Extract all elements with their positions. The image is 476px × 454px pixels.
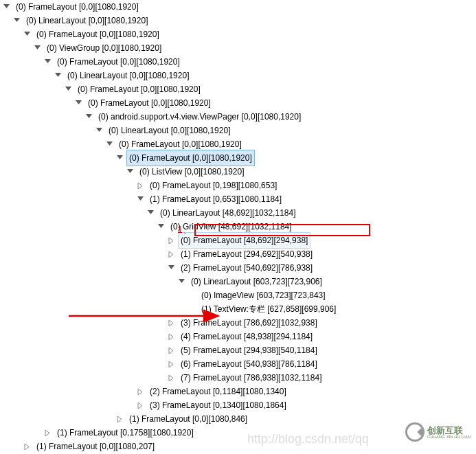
tree-node[interactable]: (0) FrameLayout [0,0][1080,1920] — [0, 96, 476, 110]
tree-node[interactable]: (0) LinearLayout [603,723][723,906] — [0, 275, 476, 288]
toggle-expanded-icon[interactable] — [95, 127, 103, 135]
toggle-none — [188, 306, 196, 313]
tree-node[interactable]: (0) FrameLayout [48,692][294,938] — [0, 234, 476, 247]
tree-node[interactable]: (0) ViewGroup [0,0][1080,1920] — [0, 41, 476, 55]
tree-node[interactable]: (0) FrameLayout [0,0][1080,1920] — [0, 137, 476, 151]
tree-node[interactable]: (1) FrameLayout [0,653][1080,1184] — [0, 192, 476, 206]
tree-node[interactable]: (0) android.support.v4.view.ViewPager [0… — [0, 110, 476, 124]
tree-node[interactable]: (7) FrameLayout [786,938][1032,1184] — [0, 371, 476, 385]
toggle-expanded-icon[interactable] — [126, 168, 134, 176]
tree-node[interactable]: (2) FrameLayout [0,1184][1080,1340] — [0, 385, 476, 398]
toggle-collapsed-icon[interactable] — [44, 429, 52, 437]
tree-node[interactable]: (1) TextView:专栏 [627,858][699,906] — [0, 302, 476, 316]
tree-node[interactable]: (0) FrameLayout [0,0][1080,1920] — [0, 55, 476, 69]
tree-node[interactable]: (5) FrameLayout [294,938][540,1184] — [0, 343, 476, 357]
toggle-expanded-icon[interactable] — [23, 31, 31, 38]
toggle-collapsed-icon[interactable] — [168, 319, 175, 327]
tree-node[interactable]: (0) FrameLayout [0,0][1080,1920] — [0, 151, 476, 165]
toggle-collapsed-icon[interactable] — [168, 361, 175, 368]
tree-node[interactable]: (0) ImageView [603,723][723,843] — [0, 288, 476, 302]
logo-badge: 创新互联 CHUANG XIN HU LIAN — [405, 422, 471, 442]
toggle-expanded-icon[interactable] — [116, 155, 124, 162]
tree-node[interactable]: (0) FrameLayout [0,0][1080,1920] — [0, 82, 476, 96]
tree-node[interactable]: (0) FrameLayout [0,198][1080,653] — [0, 179, 476, 192]
tree-node[interactable]: (0) FrameLayout [0,0][1080,1920] — [0, 27, 476, 41]
toggle-expanded-icon[interactable] — [178, 278, 185, 286]
tree-node[interactable]: (0) LinearLayout [0,0][1080,1920] — [0, 14, 476, 27]
toggle-expanded-icon[interactable] — [157, 223, 165, 231]
tree-node[interactable]: (3) FrameLayout [0,1340][1080,1864] — [0, 398, 476, 412]
tree-node[interactable]: (4) FrameLayout [48,938][294,1184] — [0, 330, 476, 343]
toggle-collapsed-icon[interactable] — [137, 388, 144, 396]
toggle-expanded-icon[interactable] — [3, 3, 10, 11]
toggle-collapsed-icon[interactable] — [168, 237, 175, 245]
tree-node[interactable]: (0) GridView [48,692][1032,1184] — [0, 220, 476, 234]
tree-node[interactable]: (6) FrameLayout [540,938][786,1184] — [0, 357, 476, 371]
logo-icon — [405, 422, 424, 442]
toggle-expanded-icon[interactable] — [147, 209, 155, 217]
toggle-expanded-icon[interactable] — [44, 58, 52, 66]
toggle-expanded-icon[interactable] — [168, 264, 175, 272]
tree-node[interactable]: (2) FrameLayout [540,692][786,938] — [0, 261, 476, 275]
toggle-collapsed-icon[interactable] — [137, 402, 144, 409]
toggle-expanded-icon[interactable] — [137, 196, 144, 203]
tree-node[interactable]: (0) FrameLayout [0,0][1080,1920] — [0, 0, 476, 14]
toggle-collapsed-icon[interactable] — [137, 182, 144, 190]
tree-node[interactable]: (1) FrameLayout [294,692][540,938] — [0, 247, 476, 261]
toggle-expanded-icon[interactable] — [75, 100, 82, 107]
toggle-collapsed-icon[interactable] — [116, 416, 124, 423]
layout-tree: (0) FrameLayout [0,0][1080,1920](0) Line… — [0, 0, 476, 453]
toggle-collapsed-icon[interactable] — [168, 251, 175, 258]
tree-node[interactable]: (1) FrameLayout [0,0][1080,207] — [0, 440, 476, 453]
toggle-expanded-icon[interactable] — [13, 17, 21, 25]
toggle-collapsed-icon[interactable] — [168, 374, 175, 382]
toggle-expanded-icon[interactable] — [54, 72, 62, 80]
toggle-collapsed-icon[interactable] — [168, 347, 175, 354]
tree-node[interactable]: (0) ListView [0,0][1080,1920] — [0, 165, 476, 179]
logo-text: 创新互联 CHUANG XIN HU LIAN — [427, 426, 471, 439]
toggle-none — [188, 292, 196, 299]
toggle-collapsed-icon[interactable] — [23, 443, 31, 451]
toggle-expanded-icon[interactable] — [85, 113, 93, 121]
tree-node[interactable]: (0) LinearLayout [0,0][1080,1920] — [0, 124, 476, 137]
toggle-expanded-icon[interactable] — [34, 45, 41, 52]
toggle-collapsed-icon[interactable] — [168, 333, 175, 341]
tree-node[interactable]: (0) LinearLayout [48,692][1032,1184] — [0, 206, 476, 220]
toggle-expanded-icon[interactable] — [106, 141, 113, 148]
tree-node[interactable]: (0) LinearLayout [0,0][1080,1920] — [0, 69, 476, 82]
toggle-expanded-icon[interactable] — [65, 86, 72, 93]
tree-node[interactable]: (3) FrameLayout [786,692][1032,938] — [0, 316, 476, 330]
tree-node-label: (1) FrameLayout [0,0][1080,207] — [34, 438, 157, 454]
